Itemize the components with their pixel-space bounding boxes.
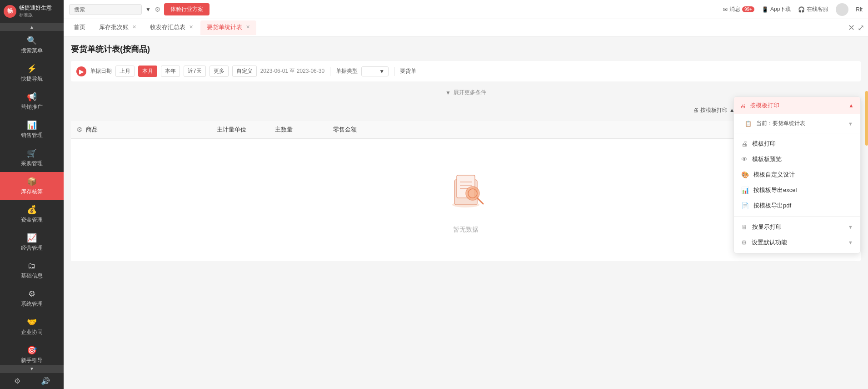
sidebar-item-shortcut[interactable]: ⚡ 快捷导航: [0, 59, 64, 87]
col-product: 商品: [86, 126, 213, 134]
export-pdf-icon: 📄: [741, 202, 749, 209]
order-filter-label: 要货单: [400, 67, 416, 75]
print-dropdown-icon: 🖨: [740, 102, 746, 109]
page-title: 要货单统计表(按商品): [71, 44, 861, 55]
tab-inventory-batch[interactable]: 库存批次账 ✕: [93, 20, 143, 35]
purchase-icon: 🛒: [27, 148, 37, 158]
print-default-func-item[interactable]: ⚙ 设置默认功能 ▼: [734, 235, 860, 250]
sidebar-item-marketing[interactable]: 📢 营销推广: [0, 87, 64, 116]
tab-close-inventory-batch[interactable]: ✕: [132, 24, 136, 30]
message-badge: 99+: [742, 6, 754, 12]
export-excel-icon: 📊: [741, 187, 749, 194]
date-btn-last-month[interactable]: 上月: [115, 66, 135, 77]
filter-divider-2: [394, 67, 394, 76]
message-icon: ✉: [723, 6, 728, 13]
shortcut-icon: ⚡: [27, 64, 37, 74]
sidebar-sound-btn[interactable]: 🔊: [41, 377, 50, 385]
download-icon: 📱: [762, 6, 768, 13]
app-logo: 畅 畅捷通好生意 标准版: [0, 0, 64, 23]
marketing-icon: 📢: [27, 92, 37, 102]
svg-line-7: [477, 198, 483, 204]
sidebar-bottom: ⚙ 🔊: [0, 373, 64, 389]
sidebar-item-collab[interactable]: 🤝 企业协同: [0, 313, 64, 341]
avatar[interactable]: [836, 3, 848, 16]
print-dropdown-close-icon[interactable]: ▲: [848, 102, 854, 109]
tab-home[interactable]: 首页: [67, 20, 92, 35]
sidebar-item-basic[interactable]: 🗂 基础信息: [0, 257, 64, 284]
scrollbar-thumb[interactable]: [865, 91, 868, 146]
date-btn-last-7days[interactable]: 近7天: [184, 66, 206, 77]
date-btn-more[interactable]: 更多: [210, 66, 229, 77]
date-range-display: 2023-06-01 至 2023-06-30: [260, 67, 324, 75]
guide-icon: 🎯: [27, 345, 37, 355]
date-filter-label: 单据日期: [90, 67, 112, 75]
tab-close-all-icon[interactable]: ✕: [848, 23, 855, 33]
template-design-icon: 🎨: [741, 171, 749, 178]
filter-divider-1: [330, 67, 330, 76]
sidebar-item-operations[interactable]: 📈 经营管理: [0, 228, 64, 257]
sidebar-settings-btn[interactable]: ⚙: [14, 377, 20, 385]
logo-icon: 畅: [4, 5, 16, 18]
tab-close-order-stats[interactable]: ✕: [246, 24, 250, 30]
sidebar-scroll-down[interactable]: ▼: [0, 365, 64, 373]
topbar-dropdown[interactable]: ▼: [145, 6, 151, 13]
col-unit: 主计量单位: [217, 126, 271, 134]
print-template-preview-item[interactable]: 👁 模板板预览: [734, 152, 860, 167]
print-current-template[interactable]: 📋 当前：要货单统计表 ▼: [734, 117, 860, 130]
date-btn-custom[interactable]: 自定义: [232, 66, 257, 77]
type-filter-label: 单据类型: [336, 67, 358, 75]
print-display-item[interactable]: 🖥 按显示打印 ▼: [734, 219, 860, 235]
sidebar-item-purchase[interactable]: 🛒 采购管理: [0, 144, 64, 172]
service-icon: 🎧: [798, 6, 805, 13]
online-service-btn[interactable]: 🎧 在线客服: [798, 5, 828, 13]
topbar-search-input[interactable]: [69, 4, 142, 15]
sales-icon: 📊: [27, 120, 37, 130]
app-version: 标准版: [19, 12, 52, 18]
sidebar-item-guide[interactable]: 🎯 新手引导: [0, 341, 64, 365]
filter-expand-btn[interactable]: ▶: [76, 66, 86, 76]
order-type-select[interactable]: ▼: [361, 66, 389, 76]
sidebar-item-finance[interactable]: 💰 资金管理: [0, 200, 64, 228]
default-func-arrow: ▼: [848, 240, 853, 245]
current-template-icon: 📋: [745, 121, 752, 127]
sidebar-item-sales[interactable]: 📊 销售管理: [0, 116, 64, 144]
filter-bar: ▶ 单据日期 上月 本月 本年 近7天 更多 自定义 2023-06-01 至 …: [71, 61, 861, 81]
col-quantity: 主数量: [275, 126, 329, 134]
print-export-excel-item[interactable]: 📊 按模板导出excel: [734, 182, 860, 198]
app-download-btn[interactable]: 📱 App下载: [762, 5, 791, 13]
app-name: 畅捷通好生意: [19, 5, 52, 12]
print-template-print-item[interactable]: 🖨 模板打印: [734, 136, 860, 152]
industry-btn[interactable]: 体验行业方案: [164, 3, 210, 15]
sidebar-item-inventory[interactable]: 📦 库存核算: [0, 172, 64, 200]
empty-illustration: [443, 166, 489, 220]
basic-icon: 🗂: [28, 261, 36, 271]
sidebar-item-system[interactable]: ⚙ 系统管理: [0, 284, 64, 313]
print-template-btn[interactable]: 🖨 按模板打印 ▲: [689, 105, 738, 116]
print-template-design-item[interactable]: 🎨 模板自定义设计: [734, 167, 860, 182]
expand-more-icon: ▼: [445, 90, 451, 96]
sidebar-scroll-up[interactable]: ▲: [0, 23, 64, 31]
tab-receipts-summary[interactable]: 收发存汇总表 ✕: [144, 20, 200, 35]
date-btn-this-month[interactable]: 本月: [138, 66, 157, 77]
display-print-icon: 🖥: [741, 223, 748, 231]
tabs-bar: 首页 库存批次账 ✕ 收发存汇总表 ✕ 要货单统计表 ✕ ✕ ⤢: [64, 19, 868, 36]
sidebar-item-search[interactable]: 🔍 搜索菜单: [0, 31, 64, 59]
print-template-section: 🖨 模板打印 👁 模板板预览 🎨 模板自定义设计 📊 按模板导出excel 📄: [734, 133, 860, 217]
template-preview-icon: 👁: [741, 156, 748, 163]
collab-icon: 🤝: [27, 317, 37, 327]
tab-order-stats[interactable]: 要货单统计表 ✕: [200, 20, 256, 35]
date-btn-this-year[interactable]: 本年: [161, 66, 180, 77]
display-print-arrow: ▼: [848, 224, 853, 230]
tab-expand-icon[interactable]: ⤢: [858, 23, 864, 33]
print-export-pdf-item[interactable]: 📄 按模板导出pdf: [734, 198, 860, 213]
column-settings-icon[interactable]: ⚙: [76, 126, 82, 134]
topbar-actions: ✉ 消息 99+ 📱 App下载 🎧 在线客服 Rit: [723, 3, 863, 16]
message-btn[interactable]: ✉ 消息 99+: [723, 5, 754, 13]
topbar: ▼ ⚙ 体验行业方案 ✉ 消息 99+ 📱 App下载 🎧 在线客服 Rit: [64, 0, 868, 19]
col-amount: 零售金额: [333, 126, 388, 134]
tab-close-receipts-summary[interactable]: ✕: [189, 24, 193, 30]
print-dropdown-header[interactable]: 🖨 按模板打印 ▲: [734, 97, 860, 114]
operations-icon: 📈: [27, 233, 37, 243]
print-icon: 🖨: [693, 107, 698, 113]
topbar-gear-icon[interactable]: ⚙: [155, 5, 160, 14]
